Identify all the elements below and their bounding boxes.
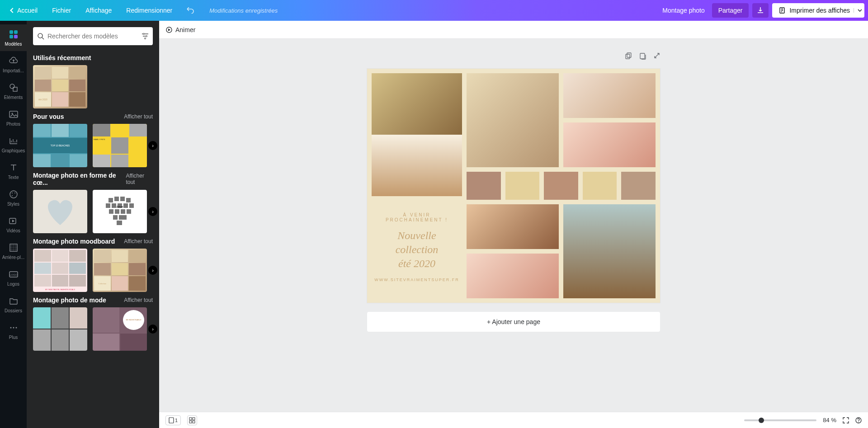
document-title-input[interactable] xyxy=(645,4,708,17)
animate-button[interactable]: Animer xyxy=(165,26,195,33)
rail-photos[interactable]: Photos xyxy=(0,104,27,131)
see-all-foryou[interactable]: Afficher tout xyxy=(124,113,153,120)
svg-point-19 xyxy=(15,327,17,329)
collapse-panel-button[interactable]: ‹ xyxy=(157,225,159,248)
see-all-heart[interactable]: Afficher tout xyxy=(126,173,153,185)
template-thumb[interactable]: TOP 10 BEACHES xyxy=(33,124,87,167)
rail-videos[interactable]: Vidéos xyxy=(0,211,27,238)
svg-rect-43 xyxy=(626,54,630,59)
home-label: Accueil xyxy=(17,7,38,14)
svg-rect-24 xyxy=(108,198,113,202)
rail-background[interactable]: Arrière-pl... xyxy=(0,238,27,264)
see-all-fashion[interactable]: Afficher tout xyxy=(124,297,153,303)
scroll-right-button[interactable]: › xyxy=(148,325,157,334)
svg-rect-2 xyxy=(14,30,18,34)
svg-rect-50 xyxy=(193,421,195,423)
collage-image[interactable] xyxy=(563,122,656,167)
rail-templates[interactable]: Modèles xyxy=(0,24,27,51)
rail-text-label: Texte xyxy=(8,175,19,180)
add-page-button[interactable]: + Ajouter une page xyxy=(367,312,660,332)
svg-point-21 xyxy=(143,33,145,35)
canvas-area: Animer À VENIR PROCHA xyxy=(159,21,868,428)
collage-image[interactable] xyxy=(467,204,559,249)
rail-folders[interactable]: Dossiers xyxy=(0,291,27,318)
scroll-right-button[interactable]: › xyxy=(148,266,157,275)
copy-style-button[interactable] xyxy=(625,52,632,60)
template-thumb[interactable]: love xyxy=(93,190,147,233)
search-icon xyxy=(37,32,45,40)
download-button[interactable] xyxy=(752,3,769,18)
palette-icon xyxy=(8,189,19,200)
svg-rect-45 xyxy=(640,53,645,59)
svg-rect-31 xyxy=(123,203,128,208)
canvas-stage[interactable]: À VENIR PROCHAINEMENT ! Nouvelle collect… xyxy=(159,39,868,412)
rail-uploads[interactable]: Importati... xyxy=(0,51,27,78)
rail-elements-label: Éléments xyxy=(4,95,23,100)
svg-rect-44 xyxy=(627,53,631,57)
duplicate-page-button[interactable] xyxy=(639,52,646,60)
svg-rect-4 xyxy=(14,35,18,38)
color-swatch[interactable] xyxy=(583,172,617,200)
rail-logos[interactable]: LOGO Logos xyxy=(0,264,27,291)
template-thumb[interactable] xyxy=(33,190,87,233)
shapes-icon xyxy=(8,82,19,93)
svg-rect-32 xyxy=(129,203,134,208)
see-all-moodboard[interactable]: Afficher tout xyxy=(124,238,153,245)
rail-styles[interactable]: Styles xyxy=(0,184,27,211)
svg-rect-39 xyxy=(122,215,127,220)
canvas-toolbar: Animer xyxy=(159,21,868,39)
svg-rect-40 xyxy=(117,221,122,225)
template-thumb[interactable] xyxy=(33,307,87,351)
scroll-right-button[interactable]: › xyxy=(148,141,157,150)
collage-text-block[interactable]: À VENIR PROCHAINEMENT ! Nouvelle collect… xyxy=(372,196,462,298)
fullscreen-button[interactable] xyxy=(843,417,849,423)
template-thumb[interactable]: Collection xyxy=(93,249,147,292)
template-thumb[interactable]: été 2020 xyxy=(33,65,87,108)
rail-elements[interactable]: Éléments xyxy=(0,78,27,104)
template-thumb[interactable]: MY NEW PASTEL FASHION GOALS xyxy=(33,249,87,292)
help-button[interactable] xyxy=(855,417,862,423)
grid-view-button[interactable] xyxy=(187,415,197,425)
filter-icon[interactable] xyxy=(141,33,149,39)
collage-image[interactable] xyxy=(372,73,462,135)
design-page[interactable]: À VENIR PROCHAINEMENT ! Nouvelle collect… xyxy=(367,69,660,303)
zoom-slider[interactable] xyxy=(744,419,816,421)
page-number-button[interactable]: 1 xyxy=(165,415,181,425)
chevron-left-icon xyxy=(10,8,15,13)
svg-point-12 xyxy=(12,195,13,196)
color-swatch[interactable] xyxy=(621,172,656,200)
resize-menu[interactable]: Redimensionner xyxy=(119,4,179,17)
background-icon xyxy=(8,242,19,253)
rail-text[interactable]: Texte xyxy=(0,158,27,184)
template-thumb[interactable]: FAMILY PETS xyxy=(93,124,147,167)
color-swatch[interactable] xyxy=(544,172,578,200)
folder-icon xyxy=(8,296,19,306)
collage-image[interactable] xyxy=(563,204,656,298)
collage-image[interactable] xyxy=(563,73,656,118)
print-button[interactable]: Imprimer des affiches xyxy=(772,3,864,18)
logo-icon: LOGO xyxy=(8,269,19,280)
undo-button[interactable] xyxy=(179,5,201,16)
svg-rect-34 xyxy=(115,209,119,214)
share-button[interactable]: Partager xyxy=(712,3,749,18)
collage-image[interactable] xyxy=(467,73,559,167)
svg-point-22 xyxy=(146,36,147,37)
svg-rect-46 xyxy=(169,418,174,423)
template-thumb[interactable]: BE FASHIONABLE xyxy=(93,307,147,351)
url-text: WWW.SITEVRAIMENTSUPER.FR xyxy=(374,277,459,282)
zoom-knob[interactable] xyxy=(759,418,764,423)
color-swatch[interactable] xyxy=(505,172,540,200)
collage-image[interactable] xyxy=(372,135,462,196)
section-foryou-title: Pour vous xyxy=(33,113,64,120)
file-menu[interactable]: Fichier xyxy=(45,4,78,17)
rail-graphics[interactable]: Graphiques xyxy=(0,131,27,158)
scroll-right-button[interactable]: › xyxy=(148,207,157,216)
rail-more[interactable]: Plus xyxy=(0,318,27,344)
open-page-button[interactable] xyxy=(654,52,660,60)
color-swatch[interactable] xyxy=(467,172,501,200)
search-input[interactable] xyxy=(45,33,141,40)
home-button[interactable]: Accueil xyxy=(4,4,45,17)
save-status: Modifications enregistrées xyxy=(209,7,278,14)
view-menu[interactable]: Affichage xyxy=(78,4,119,17)
collage-image[interactable] xyxy=(467,254,559,298)
